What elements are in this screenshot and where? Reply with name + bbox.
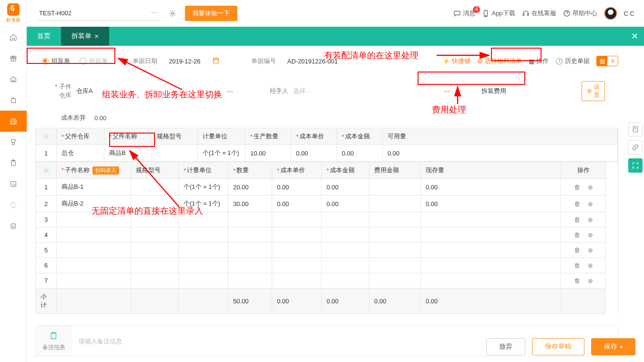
child-row[interactable]: 3🗑⊕ <box>36 212 618 228</box>
delete-row-icon[interactable]: 🗑 <box>574 277 580 284</box>
child-stock[interactable] <box>421 243 561 258</box>
child-wh-value[interactable]: 仓库A <box>76 87 143 95</box>
child-unit[interactable] <box>179 273 228 289</box>
scan-tag[interactable]: 扫码录入 <box>92 166 119 175</box>
parent-unitcost[interactable]: 0.00 <box>291 145 337 162</box>
save-button[interactable]: 保存▾ <box>591 338 635 355</box>
child-amount[interactable] <box>322 258 369 273</box>
ops-link[interactable]: ▦ 操作 <box>529 57 549 65</box>
parent-hdr-qty[interactable]: 生产数量 <box>245 128 291 145</box>
child-spec[interactable] <box>131 273 179 289</box>
add-row-icon[interactable]: ⊕ <box>588 184 593 191</box>
delete-row-icon[interactable]: 🗑 <box>574 247 580 254</box>
child-qty[interactable] <box>228 228 272 243</box>
parent-hdr-name[interactable]: 父件名称 <box>104 128 152 145</box>
child-unitcost[interactable] <box>272 258 322 273</box>
child-name[interactable]: 商品B-2 <box>57 196 131 212</box>
child-fee[interactable] <box>369 196 421 212</box>
child-hdr-unit[interactable]: 计量单位 <box>179 162 228 179</box>
view-toggle[interactable]: ▥ ≡ <box>596 56 618 66</box>
view-list-icon[interactable]: ≡ <box>607 56 618 66</box>
parent-wh[interactable]: 总仓 <box>57 145 104 162</box>
child-unitcost[interactable] <box>272 228 322 243</box>
child-unitcost[interactable] <box>272 273 322 289</box>
nav-clipboard-icon[interactable] <box>0 153 27 174</box>
parent-hdr-spec[interactable]: 规格型号 <box>152 128 198 145</box>
logo[interactable]: 标准版 <box>0 0 27 27</box>
parent-row[interactable]: 1 总仓 商品B 个(1个 = 1个) 10.00 0.00 0.00 0.00 <box>36 145 618 162</box>
parent-avail[interactable]: 0.00 <box>383 145 618 162</box>
save-draft-button[interactable]: 保存草稿 <box>532 338 584 355</box>
child-name[interactable] <box>57 258 131 273</box>
child-stock[interactable]: 0.00 <box>421 179 561 196</box>
delete-row-icon[interactable]: 🗑 <box>574 184 580 191</box>
add-row-icon[interactable]: ⊕ <box>588 200 593 207</box>
child-fee[interactable] <box>369 273 421 289</box>
child-name[interactable] <box>57 228 131 243</box>
nav-new-icon[interactable]: 新 <box>0 216 27 237</box>
child-name[interactable] <box>57 243 131 258</box>
child-name[interactable] <box>57 273 131 289</box>
child-wh-more-icon[interactable]: ⋯ <box>224 88 236 95</box>
add-row-icon[interactable]: ⊕ <box>588 216 593 223</box>
nav-warehouse-icon[interactable] <box>0 111 27 132</box>
parent-hdr-wh[interactable]: 父件仓库 <box>57 128 104 145</box>
date-value[interactable]: 2019-12-26 <box>169 58 201 65</box>
child-unit[interactable] <box>179 243 228 258</box>
child-spec[interactable] <box>131 179 179 196</box>
child-unitcost[interactable]: 0.00 <box>272 196 322 212</box>
company-select[interactable]: TEST-H002 ﹀ <box>36 6 160 21</box>
child-hdr-amount[interactable]: 成本金额 <box>322 162 369 179</box>
child-hdr-qty[interactable]: 数量 <box>228 162 272 179</box>
child-row[interactable]: 7🗑⊕ <box>36 273 618 289</box>
child-fee[interactable] <box>369 179 421 196</box>
handler-more-icon[interactable]: ⋯ <box>441 88 453 95</box>
child-qty[interactable] <box>228 273 272 289</box>
avatar[interactable] <box>604 7 617 20</box>
child-hdr-unitcost[interactable]: 成本单价 <box>272 162 322 179</box>
child-stock[interactable] <box>421 212 561 228</box>
child-amount[interactable]: 0.00 <box>322 179 369 196</box>
child-qty[interactable] <box>228 243 272 258</box>
parent-name[interactable]: 商品B <box>104 145 152 162</box>
child-fee[interactable] <box>369 243 421 258</box>
child-row[interactable]: 2商品B-2个(1个 = 1个)30.000.000.000.00🗑⊕ <box>36 196 618 212</box>
nav-gift-icon[interactable] <box>0 48 27 69</box>
add-row-icon[interactable]: ⊕ <box>588 247 593 254</box>
child-amount[interactable] <box>322 273 369 289</box>
parent-spec[interactable] <box>152 145 198 162</box>
child-amount[interactable] <box>322 212 369 228</box>
child-unit[interactable]: 个(1个 = 1个) <box>179 196 228 212</box>
shortcut-link[interactable]: ⚡快捷键 <box>442 57 470 65</box>
child-unitcost[interactable]: 0.00 <box>272 179 322 196</box>
settings-button[interactable]: ⚙设置 <box>582 81 605 101</box>
parent-unit[interactable]: 个(1个 = 1个) <box>198 145 245 162</box>
child-qty[interactable] <box>228 258 272 273</box>
child-stock[interactable]: 0.00 <box>421 196 561 212</box>
try-now-button[interactable]: 我要体验一下 <box>185 6 237 21</box>
customer-service-link[interactable]: 在线客服 <box>522 9 556 18</box>
child-stock[interactable] <box>421 228 561 243</box>
parent-hdr-unitcost[interactable]: 成本单价 <box>291 128 337 145</box>
nav-money-icon[interactable] <box>0 132 27 153</box>
parent-hdr-avail[interactable]: 可用量 <box>383 128 618 145</box>
child-unitcost[interactable] <box>272 243 322 258</box>
parent-amount[interactable]: 0.00 <box>337 145 383 162</box>
add-row-icon[interactable]: ⊕ <box>588 277 593 284</box>
tab-close-icon[interactable]: ✕ <box>94 33 99 40</box>
help-link[interactable]: 帮助中心 <box>563 9 597 18</box>
nav-home-icon[interactable] <box>0 27 27 48</box>
calendar-icon[interactable] <box>212 57 220 66</box>
child-hdr-fee[interactable]: 费用金额 <box>369 162 421 179</box>
delete-row-icon[interactable]: 🗑 <box>574 216 580 223</box>
parent-hdr-cog[interactable] <box>36 128 57 145</box>
nav-house2-icon[interactable] <box>0 69 27 90</box>
settings-gear-icon[interactable] <box>167 8 178 19</box>
child-stock[interactable] <box>421 273 561 289</box>
child-fee[interactable] <box>369 228 421 243</box>
child-row[interactable]: 1商品B-1个(1个 = 1个)20.000.000.000.00🗑⊕ <box>36 179 618 196</box>
messages-link[interactable]: 消息 4 <box>453 9 475 18</box>
child-spec[interactable] <box>131 228 179 243</box>
child-unit[interactable]: 个(1个 = 1个) <box>179 179 228 196</box>
child-fee[interactable] <box>369 258 421 273</box>
